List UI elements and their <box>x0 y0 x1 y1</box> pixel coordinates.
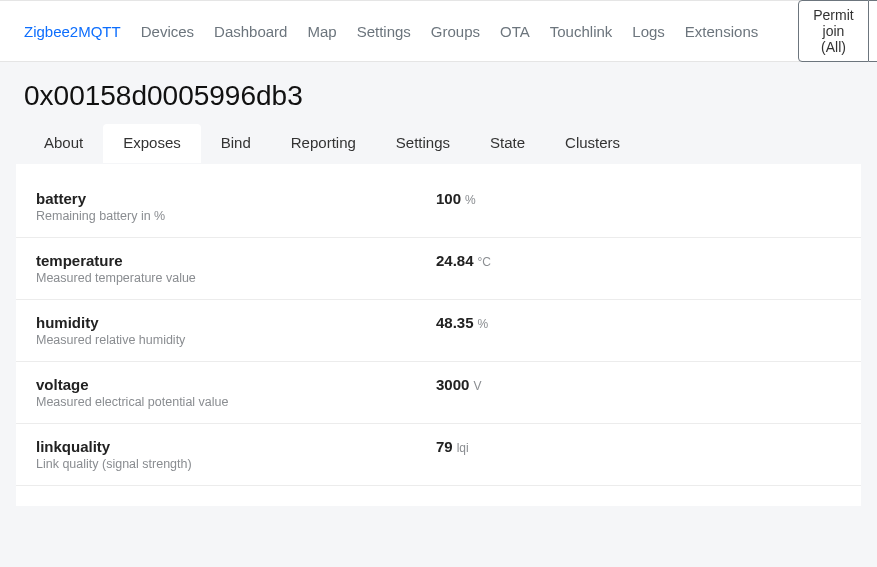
expose-row-voltage: voltage Measured electrical potential va… <box>16 362 861 424</box>
tab-exposes[interactable]: Exposes <box>103 124 201 163</box>
nav-touchlink[interactable]: Touchlink <box>550 23 613 40</box>
expose-value: 3000 <box>436 376 469 393</box>
permit-join-button[interactable]: Permit join (All) <box>798 0 868 62</box>
expose-unit: V <box>473 379 481 393</box>
nav-settings[interactable]: Settings <box>357 23 411 40</box>
expose-value: 48.35 <box>436 314 474 331</box>
expose-name: linkquality <box>36 438 436 455</box>
expose-value: 79 <box>436 438 453 455</box>
device-tabs: About Exposes Bind Reporting Settings St… <box>0 124 877 164</box>
expose-row-linkquality: linkquality Link quality (signal strengt… <box>16 424 861 486</box>
expose-unit: °C <box>478 255 491 269</box>
page-title: 0x00158d0005996db3 <box>0 62 877 124</box>
expose-unit: % <box>478 317 489 331</box>
nav-groups[interactable]: Groups <box>431 23 480 40</box>
expose-row-humidity: humidity Measured relative humidity 48.3… <box>16 300 861 362</box>
expose-unit: % <box>465 193 476 207</box>
expose-name: temperature <box>36 252 436 269</box>
expose-row-temperature: temperature Measured temperature value 2… <box>16 238 861 300</box>
nav-logs[interactable]: Logs <box>632 23 665 40</box>
top-navbar: Zigbee2MQTT Devices Dashboard Map Settin… <box>0 0 877 62</box>
expose-name: battery <box>36 190 436 207</box>
expose-row-battery: battery Remaining battery in % 100 % <box>16 164 861 238</box>
expose-desc: Measured electrical potential value <box>36 395 436 409</box>
brand-link[interactable]: Zigbee2MQTT <box>24 23 121 40</box>
expose-unit: lqi <box>457 441 469 455</box>
tab-state[interactable]: State <box>470 124 545 163</box>
exposes-panel: battery Remaining battery in % 100 % tem… <box>16 164 861 506</box>
permit-join-group: Permit join (All) <box>798 0 877 62</box>
nav-extensions[interactable]: Extensions <box>685 23 758 40</box>
expose-desc: Measured relative humidity <box>36 333 436 347</box>
expose-name: humidity <box>36 314 436 331</box>
permit-join-dropdown[interactable] <box>869 0 877 62</box>
expose-value: 24.84 <box>436 252 474 269</box>
expose-desc: Measured temperature value <box>36 271 436 285</box>
nav-ota[interactable]: OTA <box>500 23 530 40</box>
nav-devices[interactable]: Devices <box>141 23 194 40</box>
expose-desc: Remaining battery in % <box>36 209 436 223</box>
tab-about[interactable]: About <box>24 124 103 163</box>
tab-bind[interactable]: Bind <box>201 124 271 163</box>
tab-clusters[interactable]: Clusters <box>545 124 640 163</box>
tab-settings[interactable]: Settings <box>376 124 470 163</box>
nav-map[interactable]: Map <box>307 23 336 40</box>
tab-reporting[interactable]: Reporting <box>271 124 376 163</box>
expose-name: voltage <box>36 376 436 393</box>
expose-value: 100 <box>436 190 461 207</box>
expose-desc: Link quality (signal strength) <box>36 457 436 471</box>
nav-dashboard[interactable]: Dashboard <box>214 23 287 40</box>
